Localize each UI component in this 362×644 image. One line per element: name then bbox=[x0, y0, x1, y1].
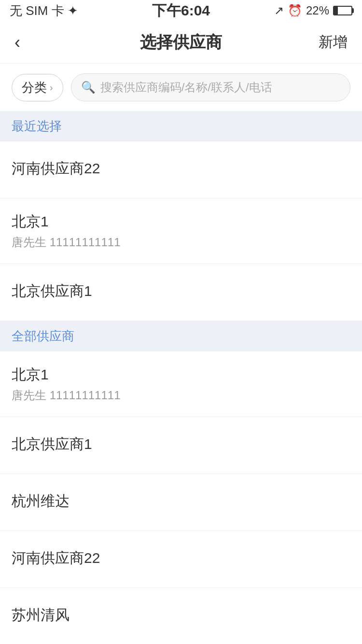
status-right: ↗ ⏰ 22% bbox=[274, 4, 352, 17]
item-name: 杭州维达 bbox=[12, 491, 350, 511]
item-name: 北京供应商1 bbox=[12, 281, 350, 301]
no-sim-label: 无 SIM 卡 ✦ bbox=[10, 2, 78, 19]
status-time: 下午6:04 bbox=[152, 1, 210, 21]
search-icon: 🔍 bbox=[81, 81, 96, 94]
search-box[interactable]: 🔍 搜索供应商编码/名称/联系人/电话 bbox=[71, 73, 350, 101]
section-header-all: 全部供应商 bbox=[0, 321, 362, 351]
item-name: 北京供应商1 bbox=[12, 434, 350, 454]
item-name: 河南供应商22 bbox=[12, 159, 350, 179]
category-button[interactable]: 分类 › bbox=[12, 74, 63, 101]
back-button[interactable]: ‹ bbox=[14, 32, 43, 53]
nav-bar: ‹ 选择供应商 新增 bbox=[0, 21, 362, 64]
supplier-list: 最近选择河南供应商22北京1唐先生 11111111111北京供应商1全部供应商… bbox=[0, 111, 362, 644]
battery-icon bbox=[333, 6, 352, 15]
status-left: 无 SIM 卡 ✦ bbox=[10, 2, 78, 19]
category-label: 分类 bbox=[22, 79, 47, 96]
item-name: 北京1 bbox=[12, 212, 350, 232]
list-item[interactable]: 河南供应商22 bbox=[0, 141, 362, 198]
section-header-recent: 最近选择 bbox=[0, 111, 362, 141]
location-icon: ↗ bbox=[274, 4, 284, 17]
item-name: 河南供应商22 bbox=[12, 548, 350, 568]
filter-bar: 分类 › 🔍 搜索供应商编码/名称/联系人/电话 bbox=[0, 64, 362, 111]
item-name: 苏州清风 bbox=[12, 605, 350, 625]
list-item[interactable]: 北京1唐先生 11111111111 bbox=[0, 351, 362, 417]
alarm-icon: ⏰ bbox=[288, 4, 302, 17]
status-bar: 无 SIM 卡 ✦ 下午6:04 ↗ ⏰ 22% bbox=[0, 0, 362, 21]
list-item[interactable]: 北京供应商1 bbox=[0, 264, 362, 321]
list-item[interactable]: 杭州维达 bbox=[0, 474, 362, 531]
page-title: 选择供应商 bbox=[140, 31, 222, 54]
item-subtitle: 唐先生 11111111111 bbox=[12, 388, 350, 403]
list-item[interactable]: 河南供应商22 bbox=[0, 531, 362, 588]
list-item[interactable]: 北京1唐先生 11111111111 bbox=[0, 198, 362, 264]
chevron-right-icon: › bbox=[50, 82, 53, 93]
add-button[interactable]: 新增 bbox=[319, 32, 348, 52]
item-name: 北京1 bbox=[12, 365, 350, 385]
item-subtitle: 唐先生 11111111111 bbox=[12, 235, 350, 250]
search-placeholder: 搜索供应商编码/名称/联系人/电话 bbox=[100, 80, 272, 95]
battery-label: 22% bbox=[306, 4, 329, 17]
list-item[interactable]: 北京供应商1 bbox=[0, 417, 362, 474]
list-item[interactable]: 苏州清风 bbox=[0, 588, 362, 644]
